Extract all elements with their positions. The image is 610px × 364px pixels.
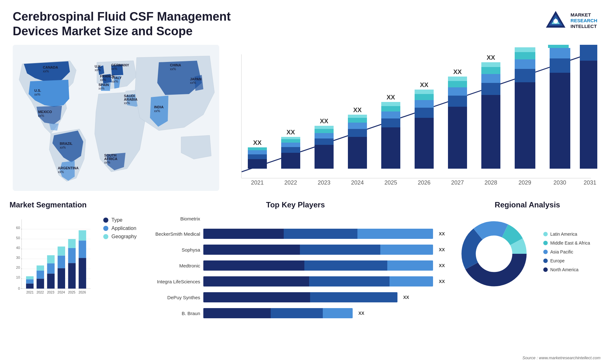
svg-text:CANADA: CANADA xyxy=(43,65,58,69)
player-bar xyxy=(203,308,353,318)
segmentation-title: Market Segmentation xyxy=(10,200,137,209)
svg-rect-63 xyxy=(348,123,367,129)
svg-rect-96 xyxy=(515,82,535,169)
svg-text:2026: 2026 xyxy=(78,291,86,294)
player-value: XX xyxy=(439,263,445,268)
svg-text:40: 40 xyxy=(16,246,20,250)
svg-text:2022: 2022 xyxy=(37,291,44,294)
legend-latin-america: Latin America xyxy=(543,232,590,237)
player-name: Medtronic xyxy=(146,263,200,268)
svg-rect-99 xyxy=(515,52,535,59)
europe-dot xyxy=(543,259,548,263)
svg-rect-72 xyxy=(381,102,400,106)
player-bar xyxy=(203,276,433,286)
geography-label: Geography xyxy=(112,234,137,239)
svg-text:xx%: xx% xyxy=(58,170,64,174)
svg-point-168 xyxy=(477,236,512,271)
svg-rect-157 xyxy=(68,239,76,248)
svg-text:XX: XX xyxy=(420,81,429,88)
segmentation-legend: Type Application Geography xyxy=(103,217,137,239)
svg-rect-97 xyxy=(515,69,535,82)
svg-rect-145 xyxy=(37,266,44,271)
svg-text:INDIA: INDIA xyxy=(154,105,164,109)
map-section: CANADA xx% U.S. xx% MEXICO xx% BRAZIL xx… xyxy=(6,42,216,194)
svg-text:2024: 2024 xyxy=(58,291,65,294)
svg-text:xx%: xx% xyxy=(60,146,66,149)
svg-rect-83 xyxy=(448,96,467,107)
svg-rect-48 xyxy=(281,147,300,153)
svg-text:xx%: xx% xyxy=(124,101,130,105)
player-row-integra: Integra LifeSciences XX xyxy=(146,276,445,286)
svg-text:2023: 2023 xyxy=(318,179,330,186)
latin-america-dot xyxy=(543,232,548,236)
svg-rect-51 xyxy=(281,137,300,139)
svg-text:XX: XX xyxy=(253,139,262,146)
bar-dark xyxy=(203,245,300,255)
bar-mid xyxy=(271,308,323,318)
svg-rect-84 xyxy=(448,87,467,96)
svg-text:xx%: xx% xyxy=(112,80,118,83)
svg-text:xx%: xx% xyxy=(170,67,176,71)
svg-text:xx%: xx% xyxy=(100,78,106,82)
player-row-sophysa: Sophysa XX xyxy=(146,245,445,255)
svg-text:20: 20 xyxy=(16,266,20,269)
svg-text:ARGENTINA: ARGENTINA xyxy=(58,166,78,170)
player-bar xyxy=(203,260,433,271)
svg-rect-104 xyxy=(550,58,570,73)
svg-rect-85 xyxy=(448,81,467,87)
svg-rect-55 xyxy=(315,138,334,145)
svg-rect-143 xyxy=(37,279,44,289)
svg-rect-144 xyxy=(37,271,44,279)
svg-rect-160 xyxy=(79,240,86,258)
asia-pacific-label: Asia Pacific xyxy=(550,249,573,254)
svg-rect-110 xyxy=(580,61,597,169)
svg-rect-68 xyxy=(381,127,400,169)
svg-rect-42 xyxy=(248,154,267,159)
svg-rect-54 xyxy=(315,145,334,169)
regional-legend: Latin America Middle East & Africa Asia … xyxy=(543,232,590,276)
svg-text:XX: XX xyxy=(287,129,295,136)
svg-text:2022: 2022 xyxy=(284,179,297,186)
world-map: CANADA xx% U.S. xx% MEXICO xx% BRAZIL xx… xyxy=(13,45,219,191)
svg-rect-69 xyxy=(381,118,400,127)
player-name: BeckerSmith Medical xyxy=(146,231,200,237)
regional-title: Regional Analysis xyxy=(454,200,600,209)
svg-text:SPAIN: SPAIN xyxy=(98,83,109,87)
svg-text:AFRICA: AFRICA xyxy=(104,157,118,161)
player-name: B. Braun xyxy=(146,311,200,316)
svg-rect-50 xyxy=(281,139,300,143)
logo-icon xyxy=(545,10,567,32)
segmentation-chart: 0 10 20 30 40 50 60 xyxy=(10,214,94,303)
svg-text:2021: 2021 xyxy=(26,291,34,294)
legend-asia-pacific: Asia Pacific xyxy=(543,249,590,254)
svg-text:XX: XX xyxy=(521,45,529,46)
svg-rect-56 xyxy=(315,133,334,138)
type-label: Type xyxy=(112,217,123,223)
svg-text:2030: 2030 xyxy=(553,179,566,186)
player-value: XX xyxy=(358,311,364,316)
players-section: Top Key Players Biometrix BeckerSmith Me… xyxy=(140,197,451,364)
player-row-depuy: DePuy Synthes XX xyxy=(146,292,445,302)
svg-rect-149 xyxy=(47,255,55,264)
svg-text:CHINA: CHINA xyxy=(170,63,181,67)
asia-pacific-dot xyxy=(543,250,548,254)
svg-rect-79 xyxy=(415,90,434,94)
logo-area: MARKET RESEARCH INTELLECT xyxy=(545,10,597,32)
svg-text:XX: XX xyxy=(320,118,329,125)
bar-dark xyxy=(203,308,271,318)
player-name: Integra LifeSciences xyxy=(146,279,200,284)
svg-text:XX: XX xyxy=(453,68,462,75)
svg-rect-86 xyxy=(448,77,467,81)
mea-dot xyxy=(543,241,548,245)
player-name: DePuy Synthes xyxy=(146,295,200,300)
geography-dot xyxy=(103,234,108,239)
svg-rect-91 xyxy=(481,74,500,83)
svg-rect-153 xyxy=(58,246,65,255)
svg-text:60: 60 xyxy=(16,226,20,230)
player-value: XX xyxy=(439,279,445,284)
svg-text:0: 0 xyxy=(18,287,20,291)
bottom-row: Market Segmentation 0 10 20 30 40 50 60 xyxy=(0,194,610,364)
svg-rect-62 xyxy=(348,129,367,137)
bar-light xyxy=(357,229,433,239)
top-row: CANADA xx% U.S. xx% MEXICO xx% BRAZIL xx… xyxy=(0,42,610,194)
